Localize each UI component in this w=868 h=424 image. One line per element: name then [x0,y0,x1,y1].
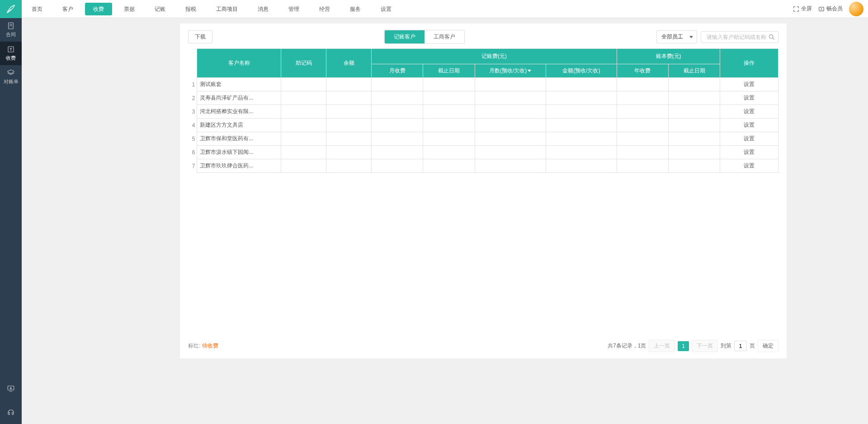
col-balance[interactable]: 余额 [326,49,372,78]
legend-value: 待收费 [202,342,218,350]
employee-select[interactable]: 全部员工 [656,30,697,43]
col-ledger-group: 记账费(元) [372,49,617,64]
body-wrap: 合同收费对账单 下载 记账客户工商客户 全部员工 [0,18,868,424]
search-box [701,31,778,43]
side-icon [7,45,15,53]
row-settings-button[interactable]: 设置 [720,159,778,173]
content-panel: 下载 记账客户工商客户 全部员工 [180,24,787,358]
table-row: 1测试账套设置 [188,78,778,91]
row-index: 5 [188,132,197,146]
nav-item-3[interactable]: 票据 [116,3,143,15]
toolbar: 下载 记账客户工商客户 全部员工 [188,30,778,44]
legend-label: 标红: [188,342,200,350]
prev-page-button[interactable]: 上一页 [649,340,675,352]
table-row: 7卫辉市玖玖肆合医药...设置 [188,159,778,173]
col-cutoff1[interactable]: 截止日期 [423,64,475,78]
nav-item-8[interactable]: 管理 [280,3,307,15]
goto-input[interactable] [734,341,747,351]
row-index: 3 [188,105,197,119]
member-button[interactable]: 畅会员 [818,5,843,13]
side-item-0[interactable]: 合同 [0,18,22,42]
side-item-2[interactable]: 对账单 [0,65,22,89]
tab-0[interactable]: 记账客户 [385,30,425,43]
nav-item-2[interactable]: 收费 [85,3,112,15]
customer-name[interactable]: 新建区方方文具店 [197,119,281,132]
nav-item-1[interactable]: 客户 [54,3,81,15]
nav-item-10[interactable]: 服务 [342,3,369,15]
col-cutoff2[interactable]: 截止日期 [669,64,720,78]
fee-table: 客户名称 助记码 余额 记账费(元) 账本费(元) 操作 月收费 截止日期 月数… [188,48,778,173]
col-book-group: 账本费(元) [617,49,720,64]
user-avatar[interactable] [849,2,863,16]
nav-right: 全屏 畅会员 [793,2,863,16]
row-index: 6 [188,146,197,159]
col-months[interactable]: 月数(预收/欠收) [475,64,546,78]
nav-item-11[interactable]: 设置 [373,3,400,15]
col-amount[interactable]: 金额(预收/欠收) [546,64,617,78]
nav-item-6[interactable]: 工商项目 [208,3,246,15]
monitor-down-icon [7,385,15,393]
customer-name[interactable]: 河北柯搭桦实业有限... [197,105,281,119]
col-customer[interactable]: 客户名称 [197,49,281,78]
nav-item-7[interactable]: 消息 [250,3,277,15]
row-settings-button[interactable]: 设置 [720,105,778,119]
employee-select-value: 全部员工 [661,33,683,40]
nav-item-5[interactable]: 报税 [177,3,204,15]
col-monthly[interactable]: 月收费 [372,64,423,78]
row-index: 4 [188,119,197,132]
nav-item-9[interactable]: 经营 [311,3,338,15]
customer-type-tabs: 记账客户工商客户 [384,30,465,44]
row-settings-button[interactable]: 设置 [720,119,778,132]
fullscreen-button[interactable]: 全屏 [793,5,812,13]
table-row: 4新建区方方文具店设置 [188,119,778,132]
nav-item-0[interactable]: 首页 [24,3,51,15]
app-logo[interactable] [0,0,22,18]
customer-name[interactable]: 测试账套 [197,78,281,91]
side-support-icon[interactable] [0,400,22,424]
table-row: 5卫辉市保和堂医药有...设置 [188,132,778,146]
next-page-button[interactable]: 下一页 [692,340,718,352]
goto-confirm-button[interactable]: 确定 [758,340,778,352]
main-area: 下载 记账客户工商客户 全部员工 [22,18,868,424]
row-settings-button[interactable]: 设置 [720,146,778,159]
pagination: 共7条记录，1页 上一页 1 下一页 到第 页 确定 [608,340,778,352]
fullscreen-icon [793,6,799,12]
row-settings-button[interactable]: 设置 [720,78,778,91]
table-row: 6卫辉市汲水镇下园闻...设置 [188,146,778,159]
search-icon[interactable] [768,33,775,41]
side-icon [7,22,15,30]
row-settings-button[interactable]: 设置 [720,91,778,105]
row-index: 1 [188,78,197,91]
member-label: 畅会员 [826,5,843,13]
col-operation: 操作 [720,49,778,78]
feather-icon [6,4,16,14]
table-row: 2灵寿县尚泽矿产品有...设置 [188,91,778,105]
headset-icon [7,408,15,416]
row-index: 2 [188,91,197,105]
download-button[interactable]: 下载 [188,30,212,43]
row-index: 7 [188,159,197,173]
current-page[interactable]: 1 [678,341,689,351]
customer-name[interactable]: 卫辉市保和堂医药有... [197,132,281,146]
nav-item-4[interactable]: 记账 [146,3,174,15]
nav-items: 首页客户收费票据记账报税工商项目消息管理经营服务设置 [22,0,793,18]
customer-name[interactable]: 卫辉市玖玖肆合医药... [197,159,281,173]
table-row: 3河北柯搭桦实业有限...设置 [188,105,778,119]
top-nav: 首页客户收费票据记账报税工商项目消息管理经营服务设置 全屏 畅会员 [0,0,868,18]
sort-desc-icon [528,70,531,72]
goto-label: 到第 [721,342,731,350]
tab-1[interactable]: 工商客户 [425,30,464,43]
svg-point-4 [769,34,773,38]
fullscreen-label: 全屏 [801,5,812,13]
side-nav: 合同收费对账单 [0,18,22,424]
page-summary: 共7条记录，1页 [608,342,646,350]
side-item-1[interactable]: 收费 [0,42,22,65]
search-input[interactable] [705,32,768,43]
customer-name[interactable]: 卫辉市汲水镇下园闻... [197,146,281,159]
col-mnemonic[interactable]: 助记码 [281,49,326,78]
row-settings-button[interactable]: 设置 [720,132,778,146]
customer-name[interactable]: 灵寿县尚泽矿产品有... [197,91,281,105]
side-download-icon[interactable] [0,377,22,400]
col-yearly[interactable]: 年收费 [617,64,668,78]
side-icon [7,69,15,77]
